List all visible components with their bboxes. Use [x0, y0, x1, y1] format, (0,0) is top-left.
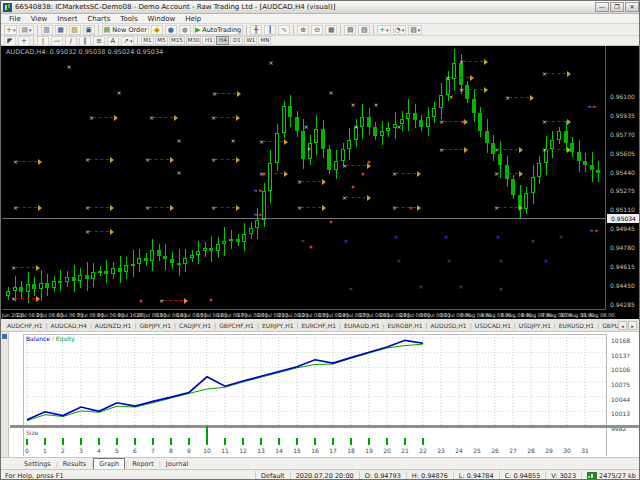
- menu-view[interactable]: View: [26, 15, 53, 23]
- tester-tab-report[interactable]: Report: [127, 459, 159, 469]
- price-axis-label: 0.95440: [610, 169, 635, 176]
- chart-tab[interactable]: GBPCHF,H1: [216, 321, 257, 330]
- candle-body-bull: [406, 113, 410, 119]
- chart-tab[interactable]: CADJPY,H1: [176, 321, 214, 330]
- text-label-button[interactable]: A: [107, 36, 119, 46]
- horizontal-line-button[interactable]: —: [51, 36, 63, 46]
- arrow-right-red-icon: ►: [259, 188, 263, 193]
- chart-tab[interactable]: EURUSD,H1: [556, 321, 597, 330]
- tester-tab-journal[interactable]: Journal: [161, 459, 193, 469]
- timeframe-mn-button[interactable]: MN: [258, 36, 271, 45]
- chart-tab[interactable]: EURGBP,H1: [385, 321, 426, 330]
- tile-windows-button[interactable]: ▦: [325, 25, 337, 35]
- minimize-button[interactable]: —: [595, 2, 609, 12]
- periods-button[interactable]: ◔▾: [393, 25, 407, 35]
- expert-advisors-button[interactable]: ●: [165, 25, 177, 35]
- chart-tab[interactable]: AUDUSD,H1: [428, 321, 470, 330]
- profiles-button[interactable]: ▤▾: [19, 25, 33, 35]
- menu-tools[interactable]: Tools: [115, 15, 142, 23]
- arrow-objects-button[interactable]: ↗▾: [121, 36, 134, 46]
- timeframe-h4-button[interactable]: H4: [216, 36, 229, 45]
- equidistant-channel-button[interactable]: ∥: [79, 36, 91, 46]
- timeframe-h1-button[interactable]: H1: [202, 36, 215, 45]
- candle-body-bear: [288, 106, 292, 117]
- menu-charts[interactable]: Charts: [82, 15, 115, 23]
- line-chart-button[interactable]: ∿: [278, 25, 290, 35]
- timeframe-m1-button[interactable]: M1: [141, 36, 154, 45]
- menu-file[interactable]: File: [4, 15, 26, 23]
- autotrading-button[interactable]: ▶AutoTrading: [193, 25, 243, 35]
- trade-close-arrow-icon: [567, 71, 571, 77]
- new-chart-button[interactable]: +▾: [4, 25, 17, 35]
- status-open: O: 0.94793: [359, 471, 406, 480]
- graph-divider[interactable]: [10, 425, 640, 428]
- templates-button[interactable]: ▨▾: [408, 25, 422, 35]
- timeframe-w1-button[interactable]: W1: [244, 36, 257, 45]
- candle-body-bear: [45, 283, 49, 288]
- sell-entry-dot-icon: [330, 221, 333, 224]
- menu-help[interactable]: Help: [180, 15, 206, 23]
- data-window-button[interactable]: ▦: [55, 25, 67, 35]
- new-order-label: New Order: [112, 26, 147, 34]
- balance-graph[interactable]: [23, 334, 607, 425]
- indicators-button[interactable]: +▾: [377, 25, 390, 35]
- chart-plot-area[interactable]: AUDCAD,H4: 0.95032 0.95038 0.95024 0.950…: [2, 46, 606, 310]
- timeframe-d1-button[interactable]: D1: [230, 36, 243, 45]
- menu-insert[interactable]: Insert: [52, 15, 82, 23]
- cursor-button[interactable]: ◤: [4, 36, 16, 46]
- chart-tab[interactable]: EURAUD,H1: [341, 321, 382, 330]
- trade-connection-line: ×: [216, 93, 236, 94]
- signal-cross-white-icon: ×: [353, 124, 358, 130]
- fibonacci-button[interactable]: ≡: [93, 36, 105, 46]
- graph-x-label: 0: [25, 447, 29, 454]
- tab-scroll-left-icon[interactable]: ◂: [618, 321, 627, 330]
- tester-tab-graph[interactable]: Graph: [93, 458, 125, 470]
- tester-panel-handle[interactable]: [1, 332, 9, 457]
- title-bar[interactable]: 66540838: ICMarketsSC-Demo08 - Demo Acco…: [1, 1, 640, 14]
- candle-body-bull: [190, 255, 194, 258]
- menu-window[interactable]: Window: [143, 15, 181, 23]
- graph-x-label: 28: [527, 447, 535, 454]
- chart-tab[interactable]: USDCAD,H1: [472, 321, 514, 330]
- trade-connection-line: ×: [346, 197, 366, 198]
- trade-close-arrow-icon: [110, 157, 114, 163]
- timeframe-m15-button[interactable]: M15: [169, 36, 185, 45]
- terminal-button[interactable]: ▣: [83, 25, 95, 35]
- chart-tab[interactable]: AUDCAD,H4: [48, 321, 90, 330]
- chart-tab[interactable]: EURCHF,H1: [299, 321, 339, 330]
- metaeditor-button[interactable]: ◆: [151, 25, 163, 35]
- zoom-in-button[interactable]: ⊕: [297, 25, 309, 35]
- signal-cross-white-icon: ×: [176, 170, 181, 176]
- trade-connection-line: ×: [546, 149, 566, 150]
- chart-tab[interactable]: EURJPY,H1: [259, 321, 297, 330]
- candlestick-chart-button[interactable]: ┃: [264, 25, 276, 35]
- chart-tab[interactable]: GBPJPY,H1: [136, 321, 174, 330]
- candle-body-bear: [104, 271, 108, 274]
- tester-tab-results[interactable]: Results: [58, 459, 91, 469]
- navigator-button[interactable]: ▧: [69, 25, 81, 35]
- tester-tab-settings[interactable]: Settings: [19, 459, 56, 469]
- chart-tab[interactable]: AUDCHF,H1: [4, 321, 46, 330]
- auto-arrange-button[interactable]: ▤: [344, 25, 356, 35]
- bar-chart-button[interactable]: ╫: [250, 25, 262, 35]
- graph-x-label: 12: [239, 447, 247, 454]
- chart-tab[interactable]: AUDNZD,H1: [92, 321, 135, 330]
- zoom-out-button[interactable]: ⊖: [311, 25, 323, 35]
- market-watch-button[interactable]: ▥: [41, 25, 53, 35]
- vertical-line-button[interactable]: |: [37, 36, 49, 46]
- tab-scroll-right-icon[interactable]: ▸: [628, 321, 637, 330]
- new-order-button[interactable]: ▤New Order: [102, 25, 149, 35]
- cascade-windows-button[interactable]: ▧: [358, 25, 370, 35]
- sell-entry-dot-icon: [210, 299, 213, 302]
- crosshair-button[interactable]: +: [18, 36, 30, 46]
- trendline-button[interactable]: /: [65, 36, 77, 46]
- arrow-left-blue-icon: ◄: [587, 104, 591, 109]
- maximize-button[interactable]: ❐: [610, 2, 624, 12]
- trade-connection-line: ×: [463, 89, 483, 90]
- timeframe-m30-button[interactable]: M30: [186, 36, 202, 45]
- attach-expert-button[interactable]: ●: [179, 25, 191, 35]
- close-button[interactable]: ✕: [625, 2, 639, 12]
- chart-tab[interactable]: USDJPY,H1: [516, 321, 554, 330]
- status-profile[interactable]: Default: [255, 471, 290, 480]
- timeframe-m5-button[interactable]: M5: [155, 36, 168, 45]
